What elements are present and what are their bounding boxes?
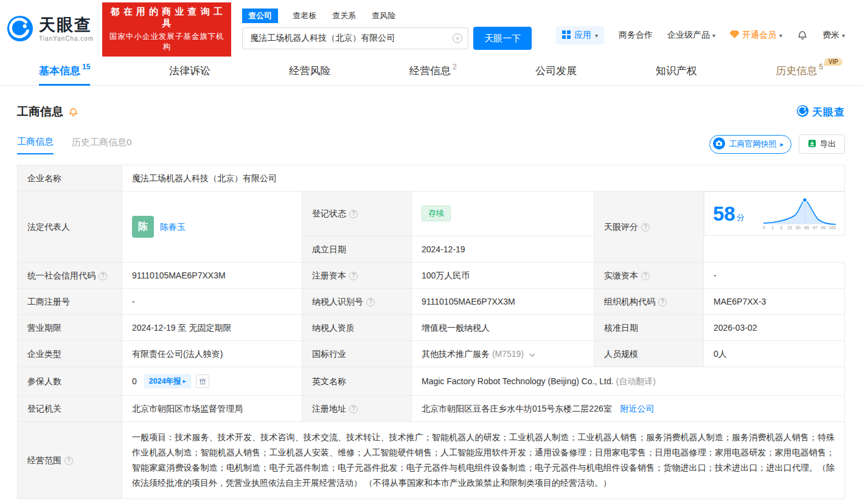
score-marker-dot: [802, 198, 807, 202]
search-input[interactable]: [242, 27, 468, 49]
top-bar: 天眼查 TianYanCha.com 都 在 用 的 商 业 查 询 工 具 国…: [0, 0, 862, 56]
business-scope-value: 一般项目：技术服务、技术开发、技术咨询、技术交流、技术转让、技术推广；智能机器人…: [132, 432, 835, 488]
svg-text:97: 97: [813, 226, 818, 230]
field-label: 登记机关: [27, 404, 61, 413]
table-row: 统一社会信用代码? 91110105MAE6P7XX3M 注册资本? 100万人…: [18, 262, 845, 288]
svg-text:99: 99: [821, 226, 826, 230]
paid-capital-value: -: [714, 271, 717, 280]
field-label: 工商注册号: [27, 297, 70, 306]
subtab-row: 工商信息 历史工商信息0 工商官网快照 ▸ 导出: [0, 120, 862, 156]
search-tab-company[interactable]: 查公司: [242, 9, 278, 23]
business-term-value: 2024-12-19 至 无固定期限: [132, 323, 231, 333]
tab-intellectual-property[interactable]: 知识产权: [656, 56, 697, 85]
field-label: 统一社会信用代码: [27, 271, 96, 280]
reg-address-value: 北京市朝阳区豆各庄乡水牛坊015号东楼二层226室: [422, 404, 612, 413]
search-tab-boss[interactable]: 查老板: [291, 9, 318, 23]
help-icon[interactable]: ?: [349, 272, 358, 280]
field-label: 成立日期: [312, 244, 346, 254]
company-nav-tabs: 基本信息 15 法律诉讼 经营风险 经营信息 2 公司发展 知识产权 历史信息 …: [0, 56, 862, 86]
subtab-business-info[interactable]: 工商信息: [17, 136, 54, 154]
watermark-logo: 天眼查: [796, 105, 845, 119]
chevron-down-icon: ▾: [712, 32, 715, 39]
insured-count-value: 0: [132, 375, 137, 387]
table-row: 工商注册号 - 纳税人识别号? 91110105MAE6P7XX3M 组织机构代…: [18, 288, 845, 314]
search-tabs: 查公司 查老板 查关系 查风险: [242, 9, 532, 23]
help-icon[interactable]: ?: [64, 457, 73, 465]
field-label: 英文名称: [312, 376, 346, 386]
subtab-history-business-info[interactable]: 历史工商信息0: [72, 137, 131, 154]
social-insurance-agency-button[interactable]: [196, 375, 209, 388]
help-icon[interactable]: ?: [366, 298, 375, 306]
score-value: 58: [713, 204, 735, 224]
field-label: 人员规模: [604, 349, 638, 359]
help-icon[interactable]: ?: [99, 272, 107, 280]
search-tab-risk[interactable]: 查风险: [370, 9, 397, 23]
user-menu[interactable]: 费米 ▾: [822, 30, 845, 41]
help-icon[interactable]: ?: [349, 210, 358, 218]
chevron-down-icon[interactable]: [529, 349, 535, 359]
nearby-companies-link[interactable]: 附近公司: [620, 404, 655, 413]
annual-report-badge[interactable]: 2024年报 ▸: [144, 374, 191, 388]
section-title: 工商信息: [17, 104, 63, 120]
tab-company-development[interactable]: 公司发展: [535, 56, 577, 85]
enterprise-products-menu[interactable]: 企业级产品 ▾: [667, 30, 715, 41]
tianyancha-logo[interactable]: 天眼查 TianYanCha.com: [6, 15, 94, 44]
annual-report-label: 2024年报: [149, 375, 181, 387]
promo-banner-line2: 国家中小企业发展子基金旗下机构: [102, 30, 231, 57]
search-tab-relation[interactable]: 查关系: [331, 9, 357, 23]
apps-menu-button[interactable]: 应用 ▾: [556, 26, 604, 44]
field-label: 法定代表人: [27, 222, 70, 232]
field-label: 营业期限: [27, 323, 61, 333]
tab-legal-proceedings[interactable]: 法律诉讼: [169, 56, 210, 85]
reg-number-value: -: [132, 297, 135, 306]
help-icon[interactable]: ?: [658, 298, 667, 306]
apps-menu-label: 应用: [574, 30, 591, 41]
subscribe-bell-button[interactable]: [68, 107, 78, 117]
field-label: 企业名称: [27, 173, 61, 183]
field-label: 注册资本: [312, 271, 346, 280]
tab-count: 2: [453, 63, 457, 71]
staff-size-value: 0人: [714, 349, 727, 359]
search-clear-icon[interactable]: ×: [453, 33, 462, 43]
help-icon[interactable]: ?: [641, 272, 650, 280]
tab-history-info[interactable]: 历史信息 5 VIP: [776, 56, 823, 85]
table-row: 参保人数 0 2024年报 ▸ 英文名称 Magic F: [18, 367, 845, 395]
tab-operating-risk[interactable]: 经营风险: [289, 56, 330, 85]
vip-diamond-icon: [730, 30, 739, 40]
help-icon[interactable]: ?: [641, 223, 650, 232]
logo-brand-text: 天眼查: [39, 16, 94, 35]
notification-bell-button[interactable]: [797, 30, 808, 41]
chevron-down-icon: ▾: [779, 32, 782, 39]
english-name-value: Magic Factory Robot Technology (Beijing)…: [422, 376, 614, 386]
bank-icon: [199, 378, 206, 385]
company-name-value-cell: 魔法工场机器人科技（北京）有限公司: [122, 165, 845, 192]
status-badge: 存续: [422, 205, 451, 221]
field-label: 实缴资本: [604, 271, 638, 280]
tab-label: 知识产权: [656, 64, 697, 78]
score-distribution-chart: 0 1 3 15 50 85 97 99 100: [762, 195, 838, 233]
open-vip-button[interactable]: 开通会员 ▾: [730, 30, 782, 41]
field-label: 企业类型: [27, 349, 61, 359]
legal-rep-avatar: 陈: [132, 216, 154, 238]
field-label: 国标行业: [312, 349, 346, 359]
legal-rep-link[interactable]: 陈春玉: [160, 221, 186, 233]
search-button[interactable]: 天眼一下: [473, 27, 532, 50]
svg-text:0: 0: [763, 226, 765, 230]
tab-basic-info[interactable]: 基本信息 15: [39, 56, 90, 85]
field-label: 经营范围: [27, 455, 61, 465]
help-icon[interactable]: ?: [349, 405, 358, 413]
promo-banner-line1: 都 在 用 的 商 业 查 询 工 具: [102, 2, 231, 30]
section-head: 工商信息 天眼查: [0, 86, 862, 120]
tab-label: 历史信息: [776, 64, 817, 78]
taxpayer-id-value: 91110105MAE6P7XX3M: [422, 297, 515, 306]
chevron-down-icon: ▾: [842, 32, 845, 39]
tab-operating-info[interactable]: 经营信息 2: [409, 56, 457, 85]
arrow-right-icon: ▸: [780, 140, 784, 148]
official-snapshot-button[interactable]: 工商官网快照 ▸: [709, 135, 791, 154]
business-cooperation-link[interactable]: 商务合作: [619, 30, 653, 41]
svg-text:50: 50: [796, 226, 801, 230]
enterprise-products-label: 企业级产品: [667, 30, 710, 41]
score-cell: 58 分 0 1 3 15 50 85: [704, 192, 845, 236]
industry-value: 其他技术推广服务: [422, 349, 490, 359]
export-button[interactable]: 导出: [799, 134, 845, 154]
